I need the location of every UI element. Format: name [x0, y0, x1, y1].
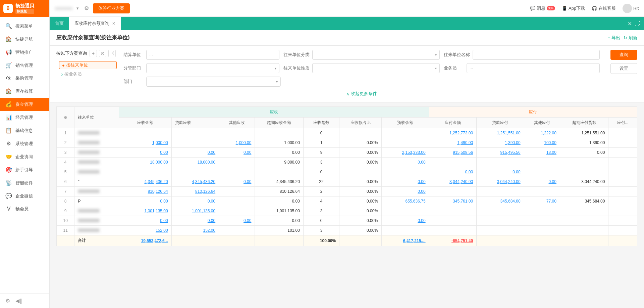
row-ap-other[interactable]: 13.00 — [524, 148, 560, 158]
row-ap-amount[interactable] — [429, 187, 477, 196]
sidebar-item-basic-info[interactable]: 📋基础信息 — [0, 124, 49, 137]
row-ap-other[interactable] — [524, 187, 560, 196]
sidebar-item-vip-member[interactable]: V畅会员 — [0, 203, 49, 215]
row-ap-loan[interactable]: 345,684.00 — [477, 196, 524, 206]
row-ar-amount[interactable]: 1,001,135.00 — [119, 206, 171, 216]
row-ar-prepaid[interactable] — [382, 206, 429, 216]
scheme-active-option[interactable]: ● 按往来单位 — [59, 61, 117, 69]
row-ap-loan[interactable] — [477, 216, 524, 226]
add-scheme-icon[interactable]: + — [90, 50, 97, 57]
row-ar-other[interactable]: 0.00 — [219, 216, 255, 226]
input-settlement-unit[interactable]: ··· — [146, 50, 279, 60]
tab-home[interactable]: 首页 — [50, 17, 69, 30]
row-ap-amount[interactable]: 0.00 — [429, 167, 477, 177]
row-ar-loan[interactable]: 18,000.00 — [171, 158, 219, 167]
input-partner-nature[interactable]: ▾ — [312, 63, 439, 73]
row-ar-amount[interactable]: 0.00 — [119, 196, 171, 206]
row-ap-amount[interactable] — [429, 226, 477, 235]
table-settings-icon[interactable]: ⚙ — [64, 115, 67, 120]
row-ap-amount[interactable]: 1,252,773.00 — [429, 128, 477, 138]
row-ar-amount[interactable]: 0.00 — [119, 148, 171, 158]
row-ap-amount[interactable]: 1,490.00 — [429, 138, 477, 148]
row-ar-other[interactable] — [219, 128, 255, 138]
row-ap-amount[interactable] — [429, 158, 477, 167]
row-ap-other[interactable]: 77.00 — [524, 196, 560, 206]
row-ar-other[interactable] — [219, 187, 255, 196]
row-ar-prepaid[interactable]: 0.00 — [382, 158, 429, 167]
row-ar-prepaid[interactable]: 0.00 — [382, 177, 429, 187]
online-service-item[interactable]: 🎧 在线客服 — [592, 5, 616, 11]
sidebar-item-beginner-guide[interactable]: 🎯新手引导 — [0, 163, 49, 176]
row-ap-other[interactable] — [524, 206, 560, 216]
row-ar-other[interactable]: 0.00 — [219, 177, 255, 187]
row-ar-prepaid[interactable]: 0.00 — [382, 187, 429, 196]
settings-scheme-icon[interactable]: ⊙ — [99, 50, 106, 57]
row-ar-other[interactable] — [219, 167, 255, 177]
user-item[interactable]: Rit — [623, 4, 639, 13]
row-ar-loan[interactable] — [171, 167, 219, 177]
row-ar-other[interactable] — [219, 226, 255, 235]
row-ar-other[interactable] — [219, 158, 255, 167]
app-download-item[interactable]: 📱 App下载 — [562, 5, 585, 11]
sidebar-item-enterprise-collab[interactable]: 🤝企业协同 — [0, 150, 49, 163]
back-scheme-icon[interactable]: 《 — [108, 50, 116, 57]
row-ar-prepaid[interactable] — [382, 138, 429, 148]
row-ar-amount[interactable] — [119, 128, 171, 138]
row-ap-loan[interactable] — [477, 158, 524, 167]
sidebar-item-enterprise-wechat[interactable]: 💬企业微信 — [0, 189, 49, 203]
tab-ar-ap-query[interactable]: 应收应付余额查询 ✕ — [69, 17, 121, 30]
row-ar-prepaid[interactable]: 0.00 — [382, 216, 429, 226]
maximize-icon[interactable]: ⛶ — [635, 20, 640, 27]
row-ar-amount[interactable]: 810,126.64 — [119, 187, 171, 196]
close-window-icon[interactable]: ✕ — [628, 20, 632, 27]
sidebar-item-search-menu[interactable]: 🔍搜索菜单 — [0, 19, 49, 33]
row-ar-amount[interactable]: 152.00 — [119, 226, 171, 235]
sidebar-item-quick-nav[interactable]: 🏠快捷导航 — [0, 33, 49, 46]
row-ap-loan[interactable]: 0.00 — [477, 167, 524, 177]
row-ar-amount[interactable]: 0.00 — [119, 216, 171, 226]
collapse-filter-button[interactable]: ∧ 收起更多条件 — [346, 89, 377, 98]
total-ap-amount[interactable]: -654,751.40 — [429, 235, 477, 246]
row-ar-loan[interactable]: 152.00 — [171, 226, 219, 235]
row-ar-other[interactable] — [219, 206, 255, 216]
row-ar-loan[interactable]: 0.00 — [171, 148, 219, 158]
row-ar-amount[interactable]: 4,345,436.20 — [119, 177, 171, 187]
row-ar-loan[interactable] — [171, 128, 219, 138]
row-ar-prepaid[interactable] — [382, 226, 429, 235]
row-ap-loan[interactable] — [477, 206, 524, 216]
total-ar-prepaid[interactable]: 6,417,215.... — [382, 235, 429, 246]
row-ar-loan[interactable]: 4,345,436.20 — [171, 177, 219, 187]
collapse-footer-icon[interactable]: ◀‖ — [15, 298, 22, 304]
message-item[interactable]: 💬 消息 99+ — [530, 5, 555, 11]
row-ap-loan[interactable] — [477, 187, 524, 196]
row-ar-prepaid[interactable]: 655,636.75 — [382, 196, 429, 206]
total-ar-amount[interactable]: 19,553,472,6... — [119, 235, 171, 246]
row-ap-loan[interactable]: 915,495.56 — [477, 148, 524, 158]
input-partner-name[interactable] — [473, 50, 600, 60]
row-ap-loan[interactable]: 1,390.00 — [477, 138, 524, 148]
topbar-gear-icon[interactable]: ⚙ — [84, 5, 89, 11]
row-ap-loan[interactable]: 3,044,240.00 — [477, 177, 524, 187]
input-branch-dept[interactable]: ▾ — [146, 63, 279, 73]
sidebar-item-smart-hardware[interactable]: 📡智能硬件 — [0, 176, 49, 189]
sidebar-item-marketing[interactable]: 📢营销推广 — [0, 46, 49, 59]
topbar-chevron-icon[interactable]: ▾ — [76, 6, 79, 11]
row-ar-prepaid[interactable] — [382, 167, 429, 177]
row-ap-other[interactable]: 0.00 — [524, 177, 560, 187]
row-ar-amount[interactable] — [119, 167, 171, 177]
sidebar-item-purchase[interactable]: 🛍采购管理 — [0, 72, 49, 85]
row-ar-prepaid[interactable]: 2,153,333.00 — [382, 148, 429, 158]
row-ar-other[interactable] — [219, 196, 255, 206]
solution-button[interactable]: 体验行业方案 — [93, 3, 130, 13]
row-ap-other[interactable] — [524, 167, 560, 177]
input-salesperson[interactable]: ··· — [467, 63, 600, 73]
row-ar-loan[interactable]: 0.00 — [171, 216, 219, 226]
row-ap-other[interactable] — [524, 158, 560, 167]
row-ap-amount[interactable]: 3,044,240.00 — [429, 177, 477, 187]
row-ap-amount[interactable] — [429, 216, 477, 226]
tab-close-icon[interactable]: ✕ — [112, 21, 115, 26]
sidebar-item-inventory[interactable]: 🏠库存核算 — [0, 85, 49, 98]
query-button[interactable]: 查询 — [610, 50, 637, 60]
sidebar-item-sales[interactable]: 🛒销售管理 — [0, 59, 49, 72]
row-ap-loan[interactable]: 1,251,551.00 — [477, 128, 524, 138]
